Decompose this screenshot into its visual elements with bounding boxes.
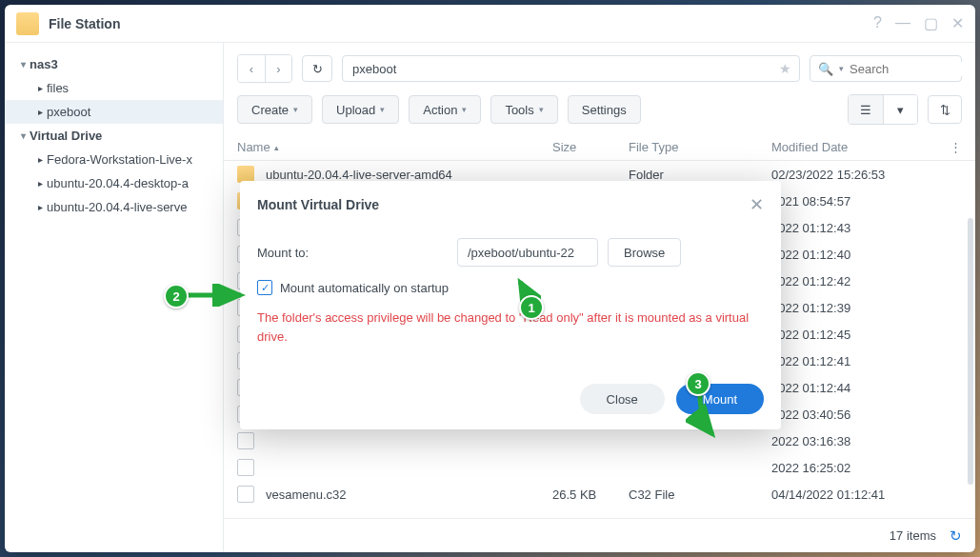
callout-1: 1 [519,295,544,320]
path-field[interactable]: ★ [342,55,800,82]
auto-mount-label: Mount automatically on startup [280,281,449,295]
sort-button[interactable]: ⇅ [928,95,962,124]
tools-button[interactable]: Tools▾ [490,95,557,124]
tree-item-fedora[interactable]: ▸Fedora-Workstation-Live-x [5,148,223,171]
file-date: 2022 01:12:40 [771,248,943,262]
file-date: 2022 01:12:43 [771,221,943,235]
search-icon: 🔍 [818,62,833,76]
search-input[interactable] [850,62,975,76]
close-icon[interactable]: ✕ [951,14,964,32]
file-type: C32 File [629,487,771,502]
callout-3: 3 [686,371,710,396]
file-date: 2022 01:12:41 [771,354,943,368]
reload-button[interactable]: ↻ [302,55,332,82]
upload-button[interactable]: Upload▾ [322,95,399,124]
col-type-header[interactable]: File Type [629,140,771,154]
scrollbar[interactable] [968,218,973,485]
create-button[interactable]: Create▾ [237,95,312,124]
view-dropdown-button[interactable]: ▾ [883,95,917,124]
file-icon [237,432,254,449]
footer: 17 items ↻ [224,518,975,552]
action-button[interactable]: Action▾ [409,95,481,124]
table-row[interactable]: 2022 16:25:02 [224,454,975,481]
file-date: 02/23/2022 15:26:53 [771,168,943,182]
item-count: 17 items [890,528,936,543]
chevron-down-icon[interactable]: ▾ [839,64,844,73]
table-row[interactable]: 2022 03:16:38 [224,428,975,454]
tree-item-ubuntu-desktop[interactable]: ▸ubuntu-20.04.4-desktop-a [5,171,223,195]
minimize-icon[interactable]: — [895,14,910,32]
search-box[interactable]: 🔍▾ [810,55,962,82]
settings-button[interactable]: Settings [568,95,641,124]
file-date: 2021 08:54:57 [771,194,943,209]
file-date: 2022 01:12:45 [771,328,943,342]
table-header: Name ▴ Size File Type Modified Date ⋮ [224,134,975,161]
auto-mount-checkbox[interactable]: ✓ [257,280,272,295]
view-list-button[interactable]: ☰ [849,95,883,124]
sort-asc-icon: ▴ [274,143,279,152]
app-title: File Station [49,16,120,31]
col-size-header[interactable]: Size [552,140,629,154]
col-date-header[interactable]: Modified Date [771,140,943,154]
mount-to-label: Mount to: [257,246,457,260]
col-name-header[interactable]: Name ▴ [237,140,552,154]
arrow-2-icon [186,284,252,307]
table-row[interactable]: vesamenu.c3226.5 KBC32 File04/14/2022 01… [224,481,975,507]
tree-item-files[interactable]: ▸files [5,76,223,100]
path-input[interactable] [352,56,772,81]
file-date: 04/14/2022 01:12:41 [771,487,943,502]
star-icon[interactable]: ★ [779,61,791,76]
file-date: 2022 03:40:56 [771,408,943,422]
refresh-icon[interactable]: ↻ [950,527,962,545]
file-name: vesamenu.c32 [266,487,347,502]
arrow-3-icon [686,390,724,443]
warning-text: The folder's access privilege will be ch… [257,308,764,346]
tree-item-ubuntu-live-server[interactable]: ▸ubuntu-20.04.4-live-serve [5,195,223,219]
tree-root-virtual-drive[interactable]: ▾Virtual Drive [5,124,223,148]
file-date: 2022 01:12:44 [771,381,943,395]
nav-back-button[interactable]: ‹ [238,55,265,82]
col-menu-icon[interactable]: ⋮ [943,140,962,154]
file-date: 2022 03:16:38 [771,434,943,448]
file-date: 2022 16:25:02 [771,461,943,475]
file-icon [237,486,254,503]
file-size: 26.5 KB [552,487,629,502]
dialog-title: Mount Virtual Drive [257,197,379,212]
file-date: 2022 01:12:42 [771,274,943,288]
dialog-close-action-button[interactable]: Close [580,384,665,414]
help-icon[interactable]: ? [873,14,882,32]
file-date: 2022 01:12:39 [771,301,943,315]
callout-2: 2 [164,284,189,308]
auto-mount-checkbox-row[interactable]: ✓ Mount automatically on startup [257,280,764,295]
file-icon [237,459,254,476]
file-type: Folder [629,168,771,182]
dialog-close-button[interactable]: ✕ [750,194,764,215]
nav-buttons: ‹ › [237,54,292,83]
browse-button[interactable]: Browse [608,238,681,267]
nav-forward-button[interactable]: › [265,55,291,82]
tree-item-pxeboot[interactable]: ▸pxeboot [5,100,223,124]
titlebar: File Station ? — ▢ ✕ [5,5,975,43]
app-icon [16,12,39,35]
mount-to-input[interactable] [457,238,598,267]
tree-root-nas3[interactable]: ▾nas3 [5,52,223,76]
maximize-icon[interactable]: ▢ [924,14,938,32]
file-name: ubuntu-20.04.4-live-server-amd64 [266,168,452,182]
